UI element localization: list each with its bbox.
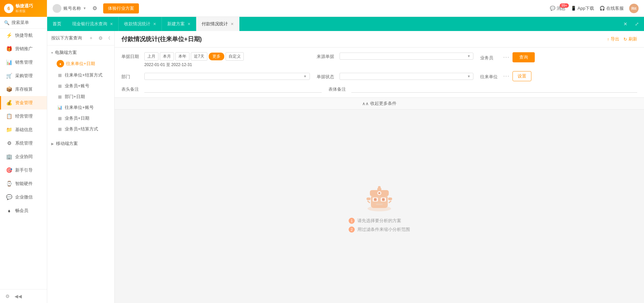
scheme-item-unit-settlement[interactable]: ▦ 往来单位+结算方式: [47, 70, 114, 81]
message-badge: 99+: [560, 3, 569, 8]
table-head-note-input[interactable]: [144, 85, 322, 93]
sidebar-item-wechat[interactable]: 💬 企业微信: [0, 190, 47, 204]
tab-home[interactable]: 首页: [47, 17, 67, 31]
date-options: 上月 本月 本年 近7天 更多 自定义: [144, 52, 244, 61]
hint-text-1: 请先选择要分析的方案: [357, 218, 401, 224]
query-button[interactable]: 查询: [513, 52, 535, 62]
tab-expand-icon[interactable]: ⤢: [633, 20, 641, 28]
scheme-item-unit-date[interactable]: ● 往来单位+日期: [47, 58, 114, 70]
export-icon: ↑: [607, 37, 610, 42]
sidebar-item-capital[interactable]: 💰 资金管理: [0, 96, 47, 110]
date-this-year[interactable]: 本年: [175, 52, 189, 61]
scheme-item-dept-date[interactable]: ▦ 部门+日期: [47, 91, 114, 102]
tab-bank-flow-close[interactable]: ✕: [110, 22, 113, 26]
date-more[interactable]: 更多: [209, 53, 224, 60]
sidebar-item-guide[interactable]: 🎯 新手引导: [0, 163, 47, 177]
tab-payment-stats-close[interactable]: ✕: [231, 22, 234, 26]
topbar-online-service[interactable]: 🎧 在线客服: [599, 5, 624, 11]
topbar-message[interactable]: 💬 消息 99+: [550, 5, 565, 11]
scheme-item-staff-date[interactable]: ▦ 业务员+日期: [47, 113, 114, 124]
sys-mgmt-icon: ⚙: [6, 140, 12, 147]
sidebar-item-vip[interactable]: ♦ 畅会员: [0, 204, 47, 217]
sidebar-item-marketing[interactable]: 🎁 营销推广: [0, 42, 47, 56]
tab-close-all-icon[interactable]: ✕: [621, 20, 630, 28]
topbar-app-download[interactable]: 📱 App下载: [571, 5, 594, 11]
refresh-icon: ↻: [623, 37, 627, 42]
partner-dots-btn[interactable]: ···: [503, 73, 509, 79]
sidebar-logo: 6 畅捷通巧 标准版: [0, 0, 47, 17]
footer-collapse-icon[interactable]: ◀◀: [15, 293, 22, 300]
sidebar-item-label: 系统管理: [15, 140, 33, 146]
sidebar-item-label: 经营管理: [15, 113, 33, 119]
sidebar-item-quick-nav[interactable]: ⚡ 快捷导航: [0, 29, 47, 42]
scheme-header: 按以下方案查询 ＋ ⚙ 《: [47, 31, 114, 46]
svg-rect-1: [371, 195, 388, 208]
sidebar-search-label: 搜索菜单: [11, 20, 29, 26]
sidebar-item-enterprise[interactable]: 🏢 企业协同: [0, 150, 47, 163]
svg-rect-13: [388, 198, 392, 200]
scheme-item-label: 往来单位+账号: [65, 104, 94, 111]
tab-bank-flow-label: 现金银行流水查询: [72, 21, 107, 27]
sidebar-item-sys-mgmt[interactable]: ⚙ 系统管理: [0, 137, 47, 150]
scheme-desktop-title[interactable]: ▾ 电脑端方案: [47, 48, 114, 58]
tab-new-scheme-close[interactable]: ✕: [187, 22, 191, 26]
basic-info-icon: 📁: [6, 126, 12, 133]
dept-select[interactable]: ▼: [144, 73, 310, 80]
date-label: 单据日期: [121, 52, 142, 60]
sidebar-item-hardware[interactable]: ⌚ 智能硬件: [0, 177, 47, 190]
scheme-settings-icon[interactable]: ⚙: [97, 34, 104, 42]
scheme-item-staff-account[interactable]: ▦ 业务员+账号: [47, 81, 114, 91]
sidebar-item-basic-info[interactable]: 📁 基础信息: [0, 123, 47, 137]
hardware-icon: ⌚: [6, 180, 12, 187]
topbar-gear-icon[interactable]: ⚙: [90, 4, 99, 13]
empty-hints: 1 请先选择要分析的方案 2 用过滤条件来缩小分析范围: [349, 218, 410, 233]
export-button[interactable]: ↑ 导出: [607, 36, 620, 42]
scheme-item-unit-account[interactable]: 📊 往来单位+账号: [47, 102, 114, 113]
refresh-button[interactable]: ↻ 刷新: [623, 36, 637, 42]
date-this-month[interactable]: 本月: [160, 52, 174, 61]
date-last-7-days[interactable]: 近7天: [191, 52, 207, 61]
scheme-desktop-group: ▾ 电脑端方案 ● 往来单位+日期 ▦ 往来单位+结算方式 ▦ 业务员+账号 ▦: [47, 46, 114, 137]
sidebar-item-purchase[interactable]: 🛒 采购管理: [0, 69, 47, 83]
vip-icon: ♦: [6, 207, 12, 214]
sidebar-item-sales[interactable]: 📊 销售管理: [0, 56, 47, 69]
svg-rect-4: [374, 198, 377, 201]
source-doc-select[interactable]: ▼: [340, 53, 474, 60]
tab-home-label: 首页: [53, 21, 61, 27]
tab-receipt-stats[interactable]: 收款情况统计 ✕: [119, 17, 162, 31]
sidebar-item-operations[interactable]: 📋 经营管理: [0, 110, 47, 123]
scheme-item-staff-settlement[interactable]: ▦ 业务员+结算方式: [47, 124, 114, 134]
scheme-panel: 按以下方案查询 ＋ ⚙ 《 ▾ 电脑端方案 ● 往来单位+日期 ▦: [47, 31, 115, 303]
tab-new-scheme[interactable]: 新建方案 ✕: [162, 17, 196, 31]
sidebar-item-label: 采购管理: [15, 73, 33, 79]
user-avatar[interactable]: Rit: [629, 4, 639, 13]
sidebar-search[interactable]: 🔍 搜索菜单: [0, 17, 47, 29]
tab-payment-stats[interactable]: 付款情况统计 ✕: [196, 17, 239, 31]
hint-num-2: 2: [349, 226, 355, 233]
sidebar-nav: ⚡ 快捷导航 🎁 营销推广 📊 销售管理 🛒 采购管理 📦 库存核算 💰 资金管…: [0, 29, 47, 289]
scheme-add-icon[interactable]: ＋: [87, 34, 95, 42]
staff-dots-btn[interactable]: ···: [503, 54, 509, 60]
date-last-month[interactable]: 上月: [144, 52, 158, 61]
settings-button[interactable]: 设置: [513, 71, 531, 81]
scheme-collapse-icon[interactable]: 《: [106, 35, 110, 41]
account-avatar: [53, 4, 61, 13]
operations-icon: 📋: [6, 113, 12, 120]
scheme-mobile-title[interactable]: ▶ 移动端方案: [47, 139, 114, 149]
footer-settings-icon[interactable]: ⚙: [4, 293, 11, 300]
topbar-account[interactable]: 账号名称 ▼: [53, 4, 86, 13]
collapse-more-conditions-btn[interactable]: ∧∧ 收起更多条件: [362, 100, 397, 107]
table-body-note-input[interactable]: [351, 85, 637, 93]
tab-receipt-stats-close[interactable]: ✕: [153, 22, 156, 26]
sidebar-item-label: 智能硬件: [15, 181, 33, 187]
tab-new-scheme-label: 新建方案: [167, 21, 185, 27]
scheme-item-label: 部门+日期: [65, 94, 85, 100]
dept-label: 部门: [121, 72, 142, 80]
tab-bank-flow[interactable]: 现金银行流水查询 ✕: [67, 17, 119, 31]
doc-status-select[interactable]: ▼: [340, 73, 474, 80]
date-custom[interactable]: 自定义: [226, 52, 244, 61]
sales-icon: 📊: [6, 59, 12, 66]
sidebar-item-label: 企业微信: [15, 194, 33, 200]
trial-button[interactable]: 体验行业方案: [103, 3, 139, 13]
sidebar-item-inventory[interactable]: 📦 库存核算: [0, 83, 47, 96]
